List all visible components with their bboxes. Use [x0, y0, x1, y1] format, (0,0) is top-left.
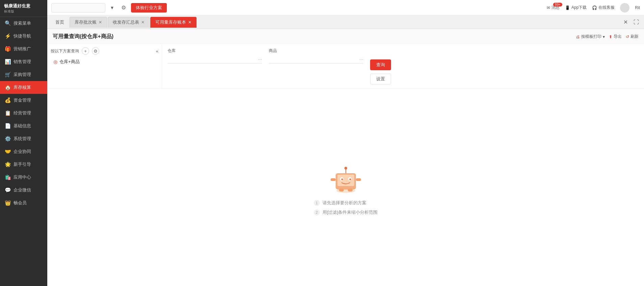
goods-label: 商品	[269, 48, 363, 54]
tab-summary-close[interactable]: ✕	[141, 20, 145, 25]
sidebar-item-inventory[interactable]: 🏠 库存核算	[0, 81, 47, 94]
sidebar-logo: 畅康通好生意 标准版	[0, 0, 47, 17]
filter-right: 仓库 ··· 商品 ··· 查询 设置	[162, 44, 644, 88]
sidebar-item-purchase[interactable]: 🛒 采购管理	[0, 68, 47, 81]
tab-available-close[interactable]: ✕	[188, 20, 191, 25]
empty-icon	[329, 160, 363, 194]
sidebar-item-label: 基础信息	[14, 123, 31, 129]
goods-input[interactable]	[269, 57, 357, 62]
page-content: 可用量查询(按仓库+商品) 🖨 按模板打印 ▾ ⬆ 导出 ↺ 刷新	[47, 29, 644, 286]
sidebar-item-sales[interactable]: 📊 销售管理	[0, 55, 47, 68]
app-download-button[interactable]: 📱 App下载	[565, 5, 587, 10]
warehouse-input-wrapper: ···	[168, 55, 262, 63]
warehouse-label: 仓库	[168, 48, 262, 54]
collapse-button[interactable]: «	[156, 49, 158, 54]
service-label: 在线客服	[598, 5, 615, 10]
tab-batch[interactable]: 库存批次账 ✕	[70, 17, 107, 28]
setting-scheme-button[interactable]: ⚙	[92, 47, 99, 55]
header-search-area: ▾ ⚙	[51, 3, 128, 12]
tab-summary[interactable]: 收发存汇总表 ✕	[108, 17, 150, 28]
sidebar-item-finance[interactable]: 💰 资金管理	[0, 94, 47, 107]
chat-icon: 💬	[5, 187, 11, 193]
crown-icon: 👑	[5, 200, 11, 206]
add-scheme-button[interactable]: +	[82, 47, 89, 55]
warehouse-more-icon[interactable]: ···	[258, 56, 262, 62]
cart-icon: 🛒	[5, 72, 11, 78]
print-icon: 🖨	[576, 34, 580, 39]
sidebar-item-guide[interactable]: 🌟 新手引导	[0, 158, 47, 171]
sidebar-item-marketing[interactable]: 🎁 营销推广	[0, 43, 47, 55]
avatar	[620, 3, 629, 12]
sidebar-item-label: 企业微信	[14, 187, 31, 193]
page-title: 可用量查询(按仓库+商品)	[53, 33, 113, 40]
warehouse-input[interactable]	[168, 57, 256, 62]
sidebar: 畅康通好生意 标准版 🔍 搜索菜单 ⚡ 快捷导航 🎁 营销推广 📊 销售管理 🛒…	[0, 0, 47, 286]
sidebar-item-shortcut[interactable]: ⚡ 快捷导航	[0, 30, 47, 43]
sidebar-item-basic[interactable]: 📄 基础信息	[0, 120, 47, 132]
scheme-icon: ◎	[53, 59, 57, 64]
sidebar-item-wechat[interactable]: 💬 企业微信	[0, 184, 47, 197]
sidebar-scroll: 🔍 搜索菜单 ⚡ 快捷导航 🎁 营销推广 📊 销售管理 🛒 采购管理 🏠 库存核…	[0, 17, 47, 286]
header-search-input[interactable]	[51, 3, 105, 12]
sidebar-item-label: 经营管理	[14, 110, 31, 116]
svg-point-6	[349, 178, 351, 180]
sidebar-item-appstore[interactable]: 🛍️ 应用中心	[0, 171, 47, 184]
export-button[interactable]: ⬆ 导出	[609, 34, 622, 40]
gear-icon: ⚙️	[5, 136, 11, 142]
tab-available[interactable]: 可用量库存账本 ✕	[150, 17, 197, 28]
header: ▾ ⚙ 体验行业方案 ✉ 消息 99+ 📱 App下载 🎧 在线客服 Rit	[47, 0, 644, 16]
service-button[interactable]: 🎧 在线客服	[592, 5, 615, 10]
empty-robot-svg	[329, 160, 363, 193]
goods-more-icon[interactable]: ···	[359, 56, 363, 62]
shortcut-icon: ⚡	[5, 33, 11, 39]
search-icon: 🔍	[5, 20, 11, 26]
close-tab-button[interactable]: ✕	[621, 18, 630, 27]
svg-rect-2	[337, 175, 354, 186]
tab-batch-close[interactable]: ✕	[99, 20, 102, 25]
logo-title: 畅康通好生意	[4, 3, 43, 9]
tip-item-2: 2 用[过滤]条件来缩小分析范围	[314, 209, 378, 215]
query-button[interactable]: 查询	[370, 59, 391, 70]
tab-home[interactable]: 首页	[51, 17, 69, 28]
sidebar-item-enterprise[interactable]: 🤝 企业协同	[0, 145, 47, 158]
goods-field: 商品 ···	[269, 48, 363, 63]
sidebar-item-label: 快捷导航	[14, 33, 31, 39]
sidebar-item-system[interactable]: ⚙️ 系统管理	[0, 132, 47, 145]
svg-point-5	[341, 178, 343, 180]
message-button[interactable]: ✉ 消息 99+	[547, 5, 560, 10]
svg-rect-12	[348, 189, 353, 191]
print-dropdown-icon[interactable]: ▾	[603, 34, 605, 39]
tip-num-1: 1	[314, 200, 320, 206]
scheme-item-warehouse-goods[interactable]: ◎ 仓库+商品	[51, 57, 158, 66]
tabs-right: ✕ ⛶	[621, 18, 641, 27]
goods-input-wrapper: ···	[269, 55, 363, 63]
maximize-button[interactable]: ⛶	[632, 18, 641, 27]
gift-icon: 🎁	[5, 46, 11, 52]
trial-button[interactable]: 体验行业方案	[131, 3, 167, 12]
sidebar-item-label: 畅会员	[14, 200, 27, 206]
tip-text-2: 用[过滤]条件来缩小分析范围	[323, 209, 378, 215]
sidebar-item-search[interactable]: 🔍 搜索菜单	[0, 17, 47, 30]
home-icon: 🏠	[5, 84, 11, 90]
sidebar-item-label: 搜索菜单	[14, 20, 31, 26]
export-icon: ⬆	[609, 34, 612, 39]
filter-left: 按以下方案查询 + ⚙ « ◎ 仓库+商品	[47, 44, 162, 88]
app-label: App下载	[571, 5, 587, 10]
phone-icon: 📱	[565, 5, 570, 10]
empty-state: 1 请先选择要分析的方案 2 用[过滤]条件来缩小分析范围	[47, 89, 644, 286]
settings-icon[interactable]: ⚙	[119, 3, 128, 12]
sidebar-item-member[interactable]: 👑 畅会员	[0, 197, 47, 209]
refresh-icon: ↺	[626, 34, 629, 39]
chart-icon: 📊	[5, 59, 11, 65]
refresh-button[interactable]: ↺ 刷新	[626, 34, 639, 40]
print-label: 按模板打印	[581, 34, 601, 40]
svg-point-8	[344, 167, 347, 170]
svg-rect-10	[356, 178, 361, 181]
sidebar-item-operation[interactable]: 📋 经营管理	[0, 107, 47, 120]
print-button[interactable]: 🖨 按模板打印 ▾	[576, 34, 605, 40]
header-right: ✉ 消息 99+ 📱 App下载 🎧 在线客服 Rit	[547, 3, 640, 12]
set-button[interactable]: 设置	[370, 74, 391, 84]
message-badge: 99+	[553, 3, 562, 6]
sidebar-item-label: 新手引导	[14, 161, 31, 167]
dropdown-icon[interactable]: ▾	[107, 3, 117, 12]
